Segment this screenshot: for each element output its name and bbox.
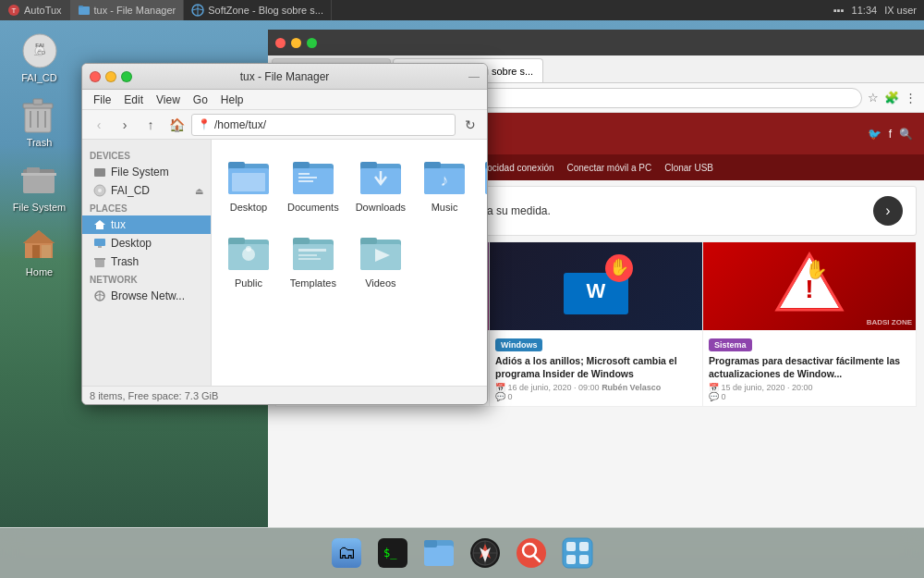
sz-article-3[interactable]: ! ✋ BADSI ZONE Sistema Programas para de… [703, 242, 916, 406]
menu-help[interactable]: Help [215, 92, 249, 108]
taskbar-app-file-manager[interactable]: tux - File Manager [70, 0, 185, 20]
facebook-icon[interactable]: f [889, 128, 892, 141]
svg-rect-80 [360, 238, 377, 244]
twitter-icon[interactable]: 🐦 [868, 128, 881, 141]
dock-item-finder[interactable]: 🗂 [327, 534, 366, 572]
sidebar-item-fai-cd[interactable]: FAI_CD ⏏ [82, 181, 211, 200]
taskbar-time: 11:34 [852, 5, 878, 16]
browser-close-btn[interactable] [275, 38, 286, 48]
desktop-icon-home[interactable]: Home [9, 227, 69, 277]
file-item-downloads[interactable]: Downloads [352, 151, 409, 217]
dock-item-files[interactable] [419, 534, 458, 572]
window-title: tux - File Manager [240, 70, 330, 83]
browser-min-btn[interactable] [291, 38, 301, 48]
trash-label: Trash [27, 137, 53, 148]
svg-rect-60 [424, 162, 441, 168]
extensions-icon[interactable]: 🧩 [884, 91, 899, 105]
search-icon[interactable]: 🔍 [899, 128, 913, 141]
svg-rect-88 [424, 546, 454, 566]
file-item-templates[interactable]: Templates [284, 227, 343, 293]
sz-article-2-comments: 💬 0 [495, 392, 697, 401]
window-minimize-btn[interactable] [105, 71, 116, 82]
taskbar-app-autotux[interactable]: T AutoTux [0, 0, 70, 20]
files-dock-icon [422, 536, 456, 570]
taskbar-app-browser[interactable]: SoftZone - Blog sobre s... [184, 0, 332, 20]
svg-rect-53 [298, 177, 317, 178]
devices-section-label: DEVICES [82, 147, 211, 163]
bookmark-icon[interactable]: ☆ [868, 91, 879, 105]
sidebar-browse-network-label: Browse Netw... [111, 289, 185, 302]
menu-edit[interactable]: Edit [118, 92, 149, 108]
file-item-videos[interactable]: Videos [352, 227, 409, 293]
sidebar-item-tux[interactable]: tux [82, 215, 211, 234]
toolbar-up-btn[interactable]: ↑ [140, 114, 162, 136]
toolbar-home-btn[interactable]: 🏠 [165, 114, 188, 136]
desktop-icon-fai-cd[interactable]: FAI _CD FAI_CD [9, 32, 69, 83]
file-item-desktop[interactable]: Desktop [223, 151, 274, 217]
window-close-btn[interactable] [90, 71, 101, 82]
sidebar-item-trash[interactable]: Trash [82, 252, 211, 271]
fai-cd-icon: FAI _CD [21, 32, 58, 69]
browser-max-btn[interactable] [307, 38, 317, 48]
filesystem-icon [93, 166, 106, 178]
sz-article-3-img: ! ✋ BADSI ZONE [703, 242, 916, 330]
trash-sidebar-icon [93, 255, 106, 268]
svg-text:W: W [587, 279, 606, 302]
fai-cd-label: FAI_CD [21, 72, 57, 83]
eject-icon[interactable]: ⏏ [195, 186, 203, 196]
toolbar-reload-btn[interactable]: ↻ [459, 114, 481, 136]
menu-file[interactable]: File [88, 92, 116, 108]
pictures-folder-icon [483, 154, 487, 199]
sz-article-2-img: W ✋ [490, 242, 702, 330]
svg-rect-47 [228, 162, 245, 168]
dock-item-safari[interactable] [466, 534, 505, 572]
sz-article-2-title: Adiós a los anillos; Microsoft cambia el… [495, 355, 697, 380]
dock-item-store[interactable] [558, 534, 597, 572]
svg-rect-105 [579, 555, 589, 564]
downloads-folder-icon [359, 154, 403, 199]
fai-cd-sidebar-icon [93, 184, 106, 197]
svg-rect-39 [94, 239, 105, 246]
taskbar-app-buttons: T AutoTux tux - File Manager SoftZone - … [0, 0, 332, 20]
menu-icon[interactable]: ⋮ [905, 91, 917, 105]
svg-rect-3 [79, 6, 83, 7]
window-maximize-btn[interactable] [121, 71, 132, 82]
sidebar-item-browse-network[interactable]: Browse Netw... [82, 287, 211, 305]
nav-item-usb[interactable]: Clonar USB [659, 160, 719, 176]
toolbar-forward-btn[interactable]: › [114, 114, 136, 136]
file-item-music[interactable]: ♪ Music [419, 151, 470, 217]
dock-item-search[interactable] [512, 534, 551, 572]
svg-rect-18 [23, 175, 55, 193]
nav-item-movil[interactable]: Conectar móvil a PC [562, 160, 658, 176]
sidebar-item-desktop[interactable]: Desktop [82, 234, 211, 252]
desktop-icon-trash[interactable]: Trash [9, 97, 69, 148]
svg-rect-76 [298, 254, 317, 256]
svg-text:_CD: _CD [32, 50, 45, 55]
svg-rect-77 [298, 258, 321, 260]
trash-icon [21, 97, 58, 134]
file-item-public[interactable]: Public [223, 227, 274, 293]
window-close-x[interactable]: — [468, 70, 480, 83]
menu-go[interactable]: Go [188, 92, 213, 108]
sidebar-item-filesystem[interactable]: File System [82, 163, 211, 181]
sz-article-2[interactable]: W ✋ Windows Adiós a los anillos; Microso… [490, 242, 703, 406]
window-body: DEVICES File System FAI_CD ⏏ PLACES tux [82, 140, 487, 386]
sz-ad-arrow-btn[interactable]: › [873, 196, 903, 226]
file-videos-label: Videos [365, 277, 395, 289]
menu-view[interactable]: View [151, 92, 186, 108]
svg-rect-13 [33, 99, 43, 105]
dock-item-terminal[interactable]: $_ [373, 534, 412, 572]
svg-point-71 [246, 246, 251, 252]
finder-icon: 🗂 [330, 536, 363, 570]
sz-article-3-category: Sistema [709, 338, 752, 351]
svg-text:FAI: FAI [35, 43, 44, 48]
desktop-icon-file-system[interactable]: File System [9, 162, 69, 213]
desktop-sidebar-icon [93, 237, 106, 250]
file-item-documents[interactable]: Documents [284, 151, 343, 217]
svg-rect-20 [21, 173, 56, 176]
svg-rect-104 [566, 555, 576, 564]
toolbar-back-btn[interactable]: ‹ [88, 114, 110, 136]
file-item-pictures[interactable]: Pictures [480, 151, 487, 217]
svg-rect-63 [485, 168, 487, 194]
svg-rect-57 [360, 162, 377, 168]
